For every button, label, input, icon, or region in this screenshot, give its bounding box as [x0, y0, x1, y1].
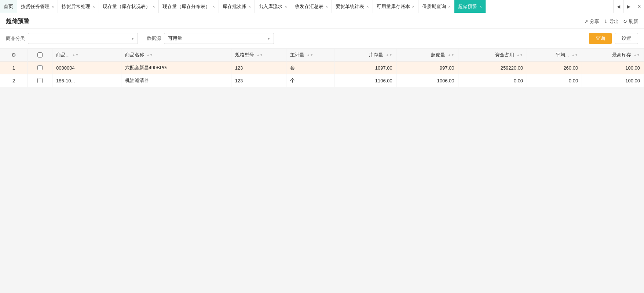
nav-tab-avail-ledger[interactable]: 可用量库存账本 ×: [373, 0, 418, 13]
cell-overstock: 997.00: [396, 62, 458, 74]
refresh-label: 刷新: [629, 18, 638, 25]
row-checkbox[interactable]: [37, 78, 43, 83]
nav-tab-home[interactable]: 首页: [0, 0, 17, 13]
category-filter-label: 商品分类: [6, 35, 25, 42]
table-container: ⚙ 商品... ▲▼ 商品名称 ▲▼: [0, 49, 644, 87]
nav-tab-stock-dist-close[interactable]: ×: [212, 4, 215, 9]
col-spec-label: 规格型号: [235, 52, 254, 58]
nav-tab-overstock-warn[interactable]: 超储预警 ×: [454, 0, 486, 13]
cell-index: 1: [0, 62, 28, 74]
gear-icon[interactable]: ⚙: [11, 52, 16, 58]
category-filter-group: 商品分类 ▾: [6, 33, 138, 44]
refresh-button[interactable]: ↻ 刷新: [623, 18, 638, 25]
nav-tab-batch[interactable]: 库存批次账 ×: [219, 0, 255, 13]
nav-tab-stock-status-label: 现存量（库存状况表）: [103, 3, 150, 10]
col-header-maxstock[interactable]: 最高库存 ▲▼: [582, 49, 644, 62]
col-stock-sort-icon[interactable]: ▲▼: [386, 53, 392, 57]
cell-capital: 259220.00: [458, 62, 527, 74]
nav-arrows: ◀ ▶ ✕: [613, 0, 644, 13]
nav-tab-inout-flow[interactable]: 出入库流水 ×: [255, 0, 291, 13]
col-spec-sort-icon[interactable]: ▲▼: [256, 53, 263, 57]
nav-tab-recv-total[interactable]: 收发存汇总表 ×: [291, 0, 332, 13]
nav-tab-overstock-warn-close[interactable]: ×: [479, 4, 482, 9]
nav-tab-batch-close[interactable]: ×: [249, 4, 251, 9]
nav-tab-abnormal[interactable]: 拣货异常处理 ×: [58, 0, 99, 13]
nav-next-button[interactable]: ▶: [623, 0, 634, 13]
nav-tab-batch-label: 库存批次账: [223, 3, 246, 10]
cell-code: 0000004: [52, 62, 121, 74]
table-header-row: ⚙ 商品... ▲▼ 商品名称 ▲▼: [0, 49, 644, 62]
nav-tab-stock-dist-label: 现存量（库存分布表）: [162, 3, 210, 10]
nav-tab-inout-flow-label: 出入库流水: [259, 3, 282, 10]
nav-tab-order-stat-close[interactable]: ×: [366, 4, 369, 9]
col-name-sort-icon[interactable]: ▲▼: [146, 53, 153, 57]
col-capital-sort-icon[interactable]: ▲▼: [516, 53, 523, 57]
col-header-spec[interactable]: 规格型号 ▲▼: [231, 49, 286, 62]
cell-maxstock: 100.00: [582, 74, 644, 87]
share-button[interactable]: ➚ 分享: [584, 18, 599, 25]
cell-checkbox[interactable]: [28, 62, 52, 74]
nav-tab-avail-ledger-label: 可用量库存账本: [377, 3, 410, 10]
nav-tab-avail-ledger-close[interactable]: ×: [412, 4, 414, 9]
datasource-select-chevron-icon: ▾: [268, 36, 270, 41]
query-button[interactable]: 查询: [589, 33, 612, 44]
nav-tab-stock-status-close[interactable]: ×: [153, 4, 155, 9]
nav-tab-quality-close[interactable]: ×: [448, 4, 450, 9]
nav-prev-button[interactable]: ◀: [613, 0, 623, 13]
table-body: 10000004六配套新昌490BPG123套1097.00997.002592…: [0, 62, 644, 87]
filter-area: 商品分类 ▾ 数据源 可用量 ▾ 查询 设置: [0, 29, 644, 49]
cell-code: 186-10...: [52, 74, 121, 87]
settings-button[interactable]: 设置: [615, 33, 638, 44]
col-name-label: 商品名称: [125, 52, 144, 58]
col-header-avg[interactable]: 平均... ▲▼: [527, 49, 582, 62]
cell-spec: 123: [231, 74, 286, 87]
col-header-unit[interactable]: 主计量 ▲▼: [286, 49, 334, 62]
export-button[interactable]: ⇓ 导出: [604, 18, 619, 25]
nav-tab-stock-status[interactable]: 现存量（库存状况表） ×: [99, 0, 159, 13]
nav-tab-order-stat-label: 要货单统计表: [336, 3, 364, 10]
datasource-select-value: 可用量: [168, 35, 182, 42]
nav-close-all-button[interactable]: ✕: [634, 0, 644, 13]
row-checkbox[interactable]: [37, 65, 43, 70]
category-select-chevron-icon: ▾: [132, 36, 134, 41]
col-maxstock-sort-icon[interactable]: ▲▼: [633, 53, 640, 57]
col-code-sort-icon[interactable]: ▲▼: [72, 53, 79, 57]
nav-tab-recv-total-close[interactable]: ×: [326, 4, 328, 9]
cell-avg: 0.00: [527, 74, 582, 87]
cell-index: 2: [0, 74, 28, 87]
nav-tab-stock-dist[interactable]: 现存量（库存分布表） ×: [159, 0, 219, 13]
col-header-capital[interactable]: 资金占用 ▲▼: [458, 49, 527, 62]
col-header-stock[interactable]: 库存量 ▲▼: [334, 49, 396, 62]
nav-tab-inout-flow-close[interactable]: ×: [285, 4, 287, 9]
col-header-name[interactable]: 商品名称 ▲▼: [121, 49, 231, 62]
nav-tab-recv-total-label: 收发存汇总表: [295, 3, 323, 10]
col-header-checkbox[interactable]: [28, 49, 52, 62]
col-header-gear[interactable]: ⚙: [0, 49, 28, 62]
col-avg-sort-icon[interactable]: ▲▼: [571, 53, 578, 57]
nav-tab-task-mgmt-close[interactable]: ×: [52, 4, 54, 9]
nav-tab-task-mgmt[interactable]: 拣货任务管理 ×: [17, 0, 58, 13]
col-header-code[interactable]: 商品... ▲▼: [52, 49, 121, 62]
overstock-table: ⚙ 商品... ▲▼ 商品名称 ▲▼: [0, 49, 644, 87]
top-navigation: 首页 拣货任务管理 × 拣货异常处理 × 现存量（库存状况表） × 现存量（库存…: [0, 0, 644, 13]
datasource-select[interactable]: 可用量 ▾: [164, 33, 274, 44]
col-overstock-sort-icon[interactable]: ▲▼: [448, 53, 454, 57]
cell-capital: 0.00: [458, 74, 527, 87]
cell-stock: 1106.00: [334, 74, 396, 87]
share-label: 分享: [590, 18, 599, 25]
cell-name: 六配套新昌490BPG: [121, 62, 231, 74]
cell-checkbox[interactable]: [28, 74, 52, 87]
page-container: 超储预警 ➚ 分享 ⇓ 导出 ↻ 刷新 商品分类 ▾ 数据源: [0, 13, 644, 87]
nav-tab-quality[interactable]: 保质期查询 ×: [418, 0, 454, 13]
col-unit-sort-icon[interactable]: ▲▼: [307, 53, 313, 57]
category-select[interactable]: ▾: [28, 33, 138, 44]
select-all-checkbox[interactable]: [37, 52, 43, 58]
col-header-overstock[interactable]: 超储量 ▲▼: [396, 49, 458, 62]
col-maxstock-label: 最高库存: [612, 52, 631, 58]
page-title: 超储预警: [6, 18, 29, 25]
cell-overstock: 1006.00: [396, 74, 458, 87]
cell-maxstock: 100.00: [582, 62, 644, 74]
datasource-filter-group: 数据源 可用量 ▾: [147, 33, 274, 44]
nav-tab-order-stat[interactable]: 要货单统计表 ×: [332, 0, 373, 13]
nav-tab-abnormal-close[interactable]: ×: [92, 4, 95, 9]
